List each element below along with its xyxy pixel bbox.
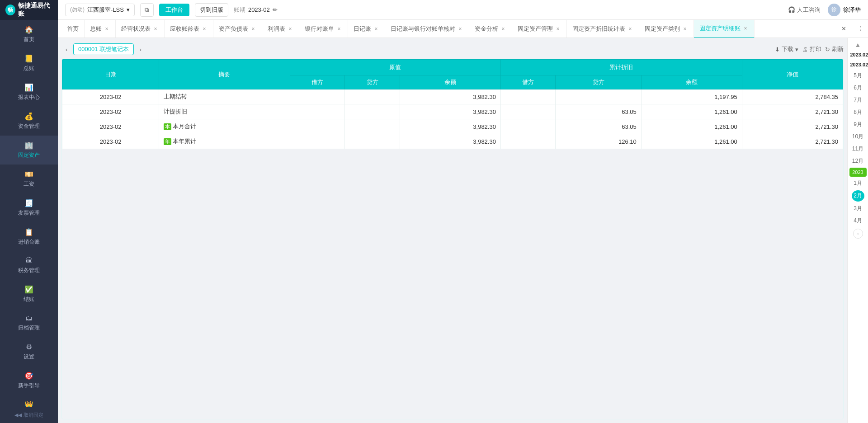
panel-year-badge[interactable]: 2023 <box>849 168 867 177</box>
switch-button[interactable]: 切到旧版 <box>195 3 228 17</box>
tab-close-icon[interactable]: × <box>682 26 688 32</box>
table-row[interactable]: 2023-02 年本年累计 3,982.30 126.10 1,261.00 2… <box>62 134 843 149</box>
user-name: 徐泽华 <box>843 6 861 14</box>
cell-accum-credit: 63.05 <box>556 104 641 119</box>
tab-label: 应收账龄表 <box>170 25 199 33</box>
nav-next-button[interactable]: › <box>136 44 146 54</box>
sidebar-item-进销台账[interactable]: 📋进销台账 <box>0 222 58 251</box>
nav-prev-button[interactable]: ‹ <box>61 44 71 54</box>
tab-close-icon[interactable]: × <box>500 26 506 32</box>
tab-close-icon[interactable]: × <box>373 26 379 32</box>
panel-month-item[interactable]: 6月 <box>849 82 867 94</box>
tab-日记账[interactable]: 日记账× <box>348 20 385 38</box>
tab-close-icon[interactable]: × <box>627 26 633 32</box>
company-selector[interactable]: (勿动) 江西服室-LSS ▾ <box>65 4 135 16</box>
sidebar-item-首页[interactable]: 🏠首页 <box>0 20 58 49</box>
tab-固定资产折旧统计表[interactable]: 固定资产折旧统计表× <box>567 20 639 38</box>
tab-label: 日记账与银行对账单核对 <box>391 25 455 33</box>
asset-tag[interactable]: 000001 联想笔记本 <box>73 43 134 55</box>
close-tab-button[interactable]: ✕ <box>837 23 850 35</box>
sidebar-icon: 👑 <box>24 400 33 407</box>
tab-close-icon[interactable]: × <box>201 26 208 32</box>
sidebar-unpin-button[interactable]: ◀◀ 取消固定 <box>0 407 58 423</box>
tab-close-icon[interactable]: × <box>250 26 256 32</box>
tab-资金分析[interactable]: 资金分析× <box>469 20 512 38</box>
tab-固定资产管理[interactable]: 固定资产管理× <box>512 20 567 38</box>
tab-经营状况表[interactable]: 经营状况表× <box>116 20 165 38</box>
table-row[interactable]: 2023-02 本本月合计 3,982.30 63.05 1,261.00 2,… <box>62 119 843 134</box>
period-selector[interactable]: 账期 2023-02 ✏ <box>234 6 278 14</box>
cell-accum-debit <box>500 119 556 134</box>
sidebar-item-报表中心[interactable]: 📊报表中心 <box>0 78 58 107</box>
maximize-button[interactable]: ⛶ <box>852 23 864 35</box>
sidebar-item-结账[interactable]: ✅结账 <box>0 280 58 309</box>
sidebar-item-税务管理[interactable]: 🏛税务管理 <box>0 251 58 280</box>
tab-资产负债表[interactable]: 资产负债表× <box>213 20 262 38</box>
tab-label: 固定资产明细账 <box>699 24 741 33</box>
panel-month-item[interactable]: 7月 <box>849 94 867 106</box>
sidebar-item-新手引导[interactable]: 🎯新手引导 <box>0 366 58 395</box>
sidebar-item-畅会员[interactable]: 👑畅会员 <box>0 395 58 407</box>
sidebar-item-总账[interactable]: 📒总账 <box>0 49 58 78</box>
row-tag: 年 <box>164 138 171 145</box>
tab-label: 利润表 <box>268 25 285 33</box>
copy-button[interactable]: ⧉ <box>140 3 154 17</box>
table-row[interactable]: 2023-02 计提折旧 3,982.30 63.05 1,261.00 2,7… <box>62 104 843 119</box>
tab-利润表[interactable]: 利润表× <box>262 20 299 38</box>
print-button[interactable]: 🖨 打印 <box>802 45 821 53</box>
unpin-icon: ◀◀ <box>14 412 22 418</box>
tab-label: 固定资产管理 <box>518 25 553 33</box>
th-date: 日期 <box>62 60 159 89</box>
table-row[interactable]: 2023-02 上期结转 3,982.30 1,197.95 2,784.35 <box>62 89 843 104</box>
th-orig-credit: 贷方 <box>345 75 400 89</box>
tab-label: 固定资产类别 <box>645 25 680 33</box>
tab-应收账龄表[interactable]: 应收账龄表× <box>165 20 213 38</box>
sidebar-item-发票管理[interactable]: 🧾发票管理 <box>0 193 58 222</box>
th-accum-credit: 贷方 <box>556 75 641 89</box>
refresh-button[interactable]: ↻ 刷新 <box>825 45 844 53</box>
cell-date: 2023-02 <box>62 134 159 149</box>
tab-close-icon[interactable]: × <box>457 26 463 32</box>
tab-close-icon[interactable]: × <box>555 26 561 32</box>
panel-month-item[interactable]: 3月 <box>849 203 867 214</box>
panel-month-item[interactable]: 9月 <box>849 119 867 130</box>
panel-month-item[interactable]: 8月 <box>849 107 867 118</box>
tab-固定资产明细账[interactable]: 固定资产明细账× <box>694 20 755 38</box>
tab-close-icon[interactable]: × <box>287 26 293 32</box>
panel-month-item[interactable]: 1月 <box>849 178 867 189</box>
cell-orig-credit <box>345 104 400 119</box>
cell-orig-balance: 3,982.30 <box>400 104 500 119</box>
panel-scroll-area[interactable]: ○ <box>853 229 863 239</box>
tab-首页[interactable]: 首页 <box>61 20 85 38</box>
cell-accum-debit <box>500 104 556 119</box>
sidebar-item-归档管理[interactable]: 🗂归档管理 <box>0 309 58 337</box>
panel-month-item[interactable]: 2月 <box>852 190 864 202</box>
panel-month-item[interactable]: 11月 <box>849 143 867 155</box>
tab-总账[interactable]: 总账× <box>85 20 116 38</box>
subnav: ‹ 000001 联想笔记本 › ⬇ 下载 ▾ 🖨 打印 ↻ 刷新 <box>61 42 844 59</box>
panel-month-item[interactable]: 4月 <box>849 215 867 226</box>
sidebar-nav: 🏠首页📒总账📊报表中心💰资金管理🏢固定资产💴工资🧾发票管理📋进销台账🏛税务管理✅… <box>0 20 58 407</box>
download-button[interactable]: ⬇ 下载 ▾ <box>775 45 798 53</box>
tab-close-icon[interactable]: × <box>152 26 159 32</box>
sidebar-item-label: 总账 <box>24 65 34 72</box>
panel-month-item[interactable]: 10月 <box>849 131 867 142</box>
tab-close-icon[interactable]: × <box>336 26 342 32</box>
sidebar-item-资金管理[interactable]: 💰资金管理 <box>0 107 58 136</box>
sidebar-item-工资[interactable]: 💴工资 <box>0 164 58 193</box>
sidebar-item-设置[interactable]: ⚙设置 <box>0 337 58 366</box>
workbench-button[interactable]: 工作台 <box>159 4 189 16</box>
panel-scroll-up[interactable]: ▲ <box>852 40 864 50</box>
tab-close-icon[interactable]: × <box>742 25 749 32</box>
sidebar-item-固定资产[interactable]: 🏢固定资产 <box>0 136 58 164</box>
tab-银行对账单[interactable]: 银行对账单× <box>299 20 348 38</box>
tab-日记账与银行对账单核对[interactable]: 日记账与银行对账单核对× <box>385 20 469 38</box>
service-button[interactable]: 🎧 人工咨询 <box>788 6 821 14</box>
panel-month-item[interactable]: 12月 <box>849 155 867 167</box>
tab-固定资产类别[interactable]: 固定资产类别× <box>639 20 694 38</box>
tab-close-icon[interactable]: × <box>104 26 110 32</box>
period-value: 2023-02 <box>248 6 270 13</box>
user-menu[interactable]: 徐 徐泽华 <box>828 4 861 16</box>
sidebar-icon: 🎯 <box>24 371 33 380</box>
panel-month-item[interactable]: 5月 <box>849 70 867 81</box>
